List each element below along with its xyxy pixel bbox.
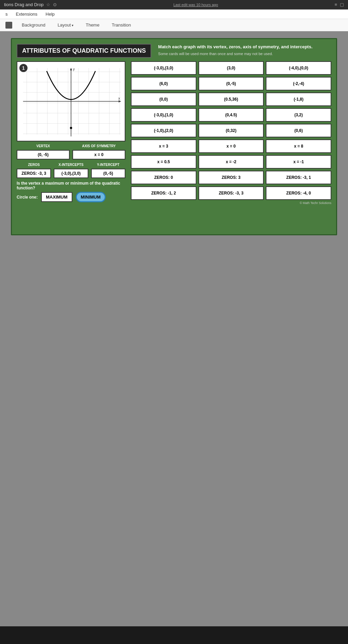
- toolbar-layout[interactable]: Layout: [55, 21, 76, 29]
- sub-instruction: Some cards will be used more than once a…: [158, 51, 312, 56]
- right-panel: (-3,0),(3,0) (3,0) (-4,0),(0,0) (6,0) (0…: [131, 61, 331, 205]
- menu-item-s[interactable]: s: [4, 11, 9, 17]
- drag-card-23[interactable]: ZEROS: -3, 1: [266, 171, 331, 184]
- top-bar: tions Drag and Drop ☆ ⊙ Last edit was 10…: [0, 0, 348, 10]
- choice-maximum[interactable]: MAXIMUM: [41, 192, 72, 202]
- drag-card-15[interactable]: x = 3: [131, 139, 196, 153]
- drag-card-17[interactable]: x = 8: [266, 139, 331, 153]
- drag-card-21[interactable]: ZEROS: 0: [131, 171, 196, 184]
- vertex-axis-values: (0, -5) x = 0: [17, 150, 125, 159]
- slide-instructions: Match each graph with its vertex, zeros,…: [158, 44, 312, 57]
- menu-icon[interactable]: ≡: [334, 2, 337, 7]
- y-intercept-label: Y-INTERCEPT: [91, 163, 125, 167]
- drag-card-8[interactable]: (-1,8): [266, 92, 331, 106]
- star-icon[interactable]: ☆: [46, 2, 50, 7]
- slide: ATTRIBUTES OF QUADRATIC FUNCTIONS Match …: [11, 38, 337, 235]
- intercept-values: ZEROS: -3, 3 (-3,0),(3,0) (0,-5): [17, 169, 125, 178]
- drag-card-2[interactable]: (-4,0),(0,0): [266, 61, 331, 75]
- svg-text:y: y: [73, 67, 75, 71]
- drag-card-6[interactable]: (0,0): [131, 92, 196, 106]
- intercept-labels: ZEROS X-INTERCEPTS Y-INTERCEPT: [17, 163, 125, 167]
- drag-card-13[interactable]: (0,32): [198, 124, 264, 137]
- drag-card-19[interactable]: x = -2: [198, 155, 264, 169]
- vertex-axis-labels: VERTEX AXIS OF SYMMETRY: [17, 144, 125, 148]
- axis-symmetry-value: x = 0: [72, 150, 125, 159]
- zeros-label: ZEROS: [17, 163, 51, 167]
- graph-svg: x y: [19, 64, 123, 139]
- cloud-icon: ⊙: [53, 2, 57, 7]
- question-section: Is the vertex a maximum or minimum of th…: [17, 181, 125, 202]
- drag-card-16[interactable]: x = 0: [198, 139, 264, 153]
- svg-point-23: [70, 127, 72, 129]
- drag-card-7[interactable]: (0.5,36): [198, 92, 264, 106]
- toolbar: Background Layout Theme Transition: [0, 19, 348, 31]
- circle-one-row: Circle one: MAXIMUM MINIMUM: [17, 192, 125, 202]
- x-intercepts-label: X-INTERCEPTS: [54, 163, 88, 167]
- graph-number: 1: [19, 64, 28, 72]
- slide-body: 1: [17, 61, 331, 205]
- drag-card-5[interactable]: (-2,-4): [266, 77, 331, 90]
- drag-card-10[interactable]: (0,4.5): [198, 108, 264, 122]
- drag-card-3[interactable]: (6,0): [131, 77, 196, 90]
- drag-card-12[interactable]: (-1,0),(2,0): [131, 124, 196, 137]
- x-intercepts-value: (-3,0),(3,0): [54, 169, 88, 178]
- drag-card-9[interactable]: (-3,0),(1,0): [131, 108, 196, 122]
- zeros-value: ZEROS: -3, 3: [17, 169, 51, 178]
- window-icon[interactable]: ▢: [340, 2, 344, 7]
- drag-card-4[interactable]: (0,-5): [198, 77, 264, 90]
- last-edit-label[interactable]: Last edit was 10 hours ago: [173, 3, 218, 7]
- app-title: tions Drag and Drop: [4, 2, 44, 7]
- left-panel: 1: [17, 61, 125, 205]
- drag-card-0[interactable]: (-3,0),(3,0): [131, 61, 196, 75]
- graph-container: 1: [17, 61, 125, 141]
- drag-card-20[interactable]: x = -1: [266, 155, 331, 169]
- main-content: ATTRIBUTES OF QUADRATIC FUNCTIONS Match …: [0, 31, 348, 626]
- home-icon[interactable]: [5, 22, 12, 29]
- cards-grid: (-3,0),(3,0) (3,0) (-4,0),(0,0) (6,0) (0…: [131, 61, 331, 200]
- slide-title: ATTRIBUTES OF QUADRATIC FUNCTIONS: [17, 44, 151, 58]
- toolbar-background[interactable]: Background: [19, 21, 48, 29]
- svg-marker-20: [70, 68, 72, 70]
- menu-item-extensions[interactable]: Extensions: [15, 11, 39, 17]
- slide-title-row: ATTRIBUTES OF QUADRATIC FUNCTIONS Match …: [17, 44, 331, 58]
- question-text: Is the vertex a maximum or minimum of th…: [17, 181, 125, 190]
- drag-card-26[interactable]: ZEROS: -4, 0: [266, 186, 331, 200]
- toolbar-theme[interactable]: Theme: [83, 21, 102, 29]
- toolbar-transition[interactable]: Transition: [109, 21, 134, 29]
- circle-one-label: Circle one:: [17, 195, 38, 200]
- info-grid: VERTEX AXIS OF SYMMETRY (0, -5) x = 0 ZE…: [17, 144, 125, 178]
- drag-card-18[interactable]: x = 0.5: [131, 155, 196, 169]
- drag-card-25[interactable]: ZEROS: -3, 3: [198, 186, 264, 200]
- vertex-label: VERTEX: [17, 144, 70, 148]
- y-intercept-value: (0,-5): [91, 169, 125, 178]
- drag-card-11[interactable]: (3,2): [266, 108, 331, 122]
- drag-card-24[interactable]: ZEROS: -1, 2: [131, 186, 196, 200]
- drag-card-22[interactable]: ZEROS: 3: [198, 171, 264, 184]
- menu-item-help[interactable]: Help: [44, 11, 56, 17]
- drag-card-1[interactable]: (3,0): [198, 61, 264, 75]
- menu-bar: s Extensions Help: [0, 10, 348, 19]
- main-instruction: Match each graph with its vertex, zeros,…: [158, 44, 312, 50]
- axis-symmetry-label: AXIS OF SYMMETRY: [72, 144, 125, 148]
- drag-card-14[interactable]: (0,6): [266, 124, 331, 137]
- svg-text:x: x: [118, 96, 120, 100]
- copyright: © Math Techr Solutions: [131, 201, 331, 205]
- choice-minimum[interactable]: MINIMUM: [76, 192, 106, 202]
- vertex-value: (0, -5): [17, 150, 70, 159]
